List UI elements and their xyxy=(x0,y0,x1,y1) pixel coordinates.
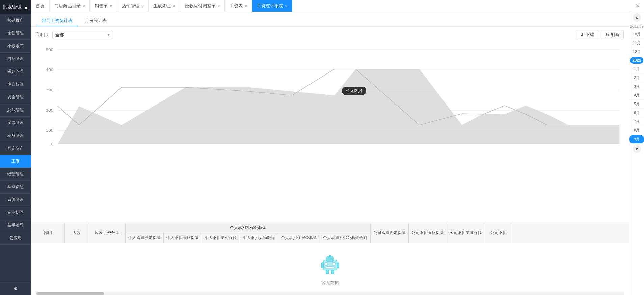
sidebar-item-采购管理[interactable]: 采购管理 xyxy=(0,65,31,78)
sidebar-item-工资[interactable]: 工资 xyxy=(0,155,31,168)
main-panel: 部门工资统计表月份统计表 部门： 全部 销售部 财务部 技术部 xyxy=(31,12,629,295)
main-area: 首页门店商品目录×销售单×店铺管理×生成凭证×应收应付调整单×工资表×工资统计报… xyxy=(31,0,644,295)
tab-label-3: 店铺管理 xyxy=(122,3,139,9)
svg-text:400: 400 xyxy=(46,68,53,72)
department-select-wrapper: 全部 销售部 财务部 技术部 xyxy=(52,31,113,39)
sidebar-item-企业协同[interactable]: 企业协同 xyxy=(0,206,31,219)
sidebar-item-资金管理[interactable]: 资金管理 xyxy=(0,91,31,104)
svg-text:500: 500 xyxy=(46,48,53,52)
refresh-button[interactable]: ↻ 刷新 xyxy=(601,30,624,39)
sidebar-header[interactable]: 批发管理 ▲ xyxy=(0,0,31,14)
sidebar-item-基础信息[interactable]: 基础信息 xyxy=(0,181,31,194)
sidebar-collapse-icon: ▲ xyxy=(24,4,28,10)
timeline-item-11月[interactable]: 11月 xyxy=(629,39,644,48)
svg-rect-19 xyxy=(321,263,323,268)
sub-tab-1[interactable]: 月份统计表 xyxy=(79,16,112,26)
timeline-item-2月[interactable]: 2月 xyxy=(629,73,644,82)
sidebar-settings-button[interactable]: ⚙ xyxy=(0,282,31,295)
tab-生成凭证[interactable]: 生成凭证× xyxy=(149,0,180,12)
refresh-icon: ↻ xyxy=(606,32,609,37)
timeline-up-button[interactable]: ▲ xyxy=(633,13,641,22)
tab-label-2: 销售单 xyxy=(95,3,108,9)
th-group-personal-cols: 个人承担养老保险 个人承担医疗保险 个人承担失业保险 个人承担大额医疗 个人承担… xyxy=(126,233,370,243)
timeline-year-label: 2022.09 xyxy=(629,23,644,30)
tab-工资表[interactable]: 工资表× xyxy=(225,0,252,12)
sidebar-item-小畅电商[interactable]: 小畅电商 xyxy=(0,40,31,53)
sidebar-items: 营销推广销售管理小畅电商电商管理采购管理库存核算资金管理总账管理发票管理税务管理… xyxy=(0,14,31,245)
svg-rect-21 xyxy=(326,270,329,274)
sidebar-item-经营管理[interactable]: 经营管理 xyxy=(0,168,31,181)
empty-state: 暂无数据 xyxy=(31,243,629,292)
tab-close-7[interactable]: × xyxy=(285,4,287,8)
scrollbar-thumb[interactable] xyxy=(36,292,104,295)
horizontal-scrollbar[interactable] xyxy=(36,292,624,295)
tab-close-1[interactable]: × xyxy=(83,4,85,8)
sidebar-item-固定资产[interactable]: 固定资产 xyxy=(0,142,31,155)
th-department: 部门 xyxy=(31,223,65,243)
th-personal-unemployment: 个人承担失业保险 xyxy=(202,233,240,243)
tab-门店商品目录[interactable]: 门店商品目录× xyxy=(50,0,90,12)
timeline-item-8月[interactable]: 8月 xyxy=(629,126,644,135)
chart-svg: 500 400 300 200 100 0 xyxy=(36,46,624,147)
tab-销售单[interactable]: 销售单× xyxy=(90,0,117,12)
tab-close-2[interactable]: × xyxy=(110,4,112,8)
refresh-label: 刷新 xyxy=(611,32,619,38)
department-select[interactable]: 全部 销售部 财务部 技术部 xyxy=(52,31,113,39)
timeline-item-3月[interactable]: 3月 xyxy=(629,82,644,91)
timeline-item-7月[interactable]: 7月 xyxy=(629,117,644,126)
tab-label-7: 工资统计报表 xyxy=(257,3,283,9)
sidebar-item-营销推广[interactable]: 营销推广 xyxy=(0,14,31,27)
table-header: 部门 人数 应发工资合计 个人承担社保公积金 个人承担养老保险 个人承担医疗保险… xyxy=(31,223,629,243)
chart-container: 500 400 300 200 100 0 xyxy=(36,46,624,147)
close-all-tabs-button[interactable]: ✕ xyxy=(632,3,644,9)
th-group-personal: 个人承担社保公积金 个人承担养老保险 个人承担医疗保险 个人承担失业保险 个人承… xyxy=(126,223,371,243)
tab-close-5[interactable]: × xyxy=(218,4,220,8)
tab-工资统计报表[interactable]: 工资统计报表× xyxy=(252,0,292,12)
svg-text:100: 100 xyxy=(46,128,53,132)
svg-text:200: 200 xyxy=(46,108,53,112)
th-total-salary: 应发工资合计 xyxy=(88,223,126,243)
sidebar-item-发票管理[interactable]: 发票管理 xyxy=(0,117,31,129)
timeline-item-1月[interactable]: 1月 xyxy=(629,65,644,73)
tab-店铺管理[interactable]: 店铺管理× xyxy=(117,0,149,12)
tabs-bar: 首页门店商品目录×销售单×店铺管理×生成凭证×应收应付调整单×工资表×工资统计报… xyxy=(31,0,644,12)
th-headcount: 人数 xyxy=(65,223,88,243)
sidebar-item-云应用[interactable]: 云应用 xyxy=(0,232,31,245)
tab-label-1: 门店商品目录 xyxy=(54,3,81,9)
th-personal-pension: 个人承担养老保险 xyxy=(126,233,164,243)
sidebar: 批发管理 ▲ 营销推广销售管理小畅电商电商管理采购管理库存核算资金管理总账管理发… xyxy=(0,0,31,295)
tab-应收应付调整单[interactable]: 应收应付调整单× xyxy=(180,0,225,12)
sidebar-title: 批发管理 xyxy=(3,4,22,10)
sidebar-item-总账管理[interactable]: 总账管理 xyxy=(0,104,31,117)
timeline-item-6月[interactable]: 6月 xyxy=(629,109,644,117)
timeline-item-12月[interactable]: 12月 xyxy=(629,48,644,56)
sidebar-item-税务管理[interactable]: 税务管理 xyxy=(0,129,31,142)
timeline-item-9月[interactable]: 9月 xyxy=(629,135,644,144)
sidebar-item-新手引导[interactable]: 新手引导 xyxy=(0,219,31,232)
svg-point-15 xyxy=(329,255,331,257)
svg-text:300: 300 xyxy=(46,88,53,92)
tab-首页[interactable]: 首页 xyxy=(31,0,50,12)
tab-close-6[interactable]: × xyxy=(245,4,247,8)
timeline-item-2022[interactable]: 2022 xyxy=(630,57,643,64)
table-section: 部门 人数 应发工资合计 个人承担社保公积金 个人承担养老保险 个人承担医疗保险… xyxy=(31,223,629,292)
th-personal-medical: 个人承担医疗保险 xyxy=(164,233,202,243)
sidebar-item-电商管理[interactable]: 电商管理 xyxy=(0,53,31,65)
download-label: 下载 xyxy=(585,32,594,38)
filter-label: 部门： xyxy=(36,32,50,38)
timeline-down-button[interactable]: ▼ xyxy=(633,145,641,153)
tab-close-4[interactable]: × xyxy=(173,4,175,8)
sidebar-item-库存核算[interactable]: 库存核算 xyxy=(0,78,31,91)
sidebar-item-销售管理[interactable]: 销售管理 xyxy=(0,27,31,40)
tab-close-3[interactable]: × xyxy=(141,4,143,8)
toolbar: 部门： 全部 销售部 财务部 技术部 ⬇ 下载 xyxy=(31,27,629,43)
chart-area-polygon xyxy=(58,69,619,144)
timeline-item-4月[interactable]: 4月 xyxy=(629,91,644,100)
sub-tab-0[interactable]: 部门工资统计表 xyxy=(36,16,78,26)
tab-label-0: 首页 xyxy=(36,3,45,9)
timeline-item-10月[interactable]: 10月 xyxy=(629,30,644,39)
timeline-item-5月[interactable]: 5月 xyxy=(629,100,644,109)
sidebar-item-系统管理[interactable]: 系统管理 xyxy=(0,194,31,206)
download-button[interactable]: ⬇ 下载 xyxy=(576,30,598,39)
th-personal-housing-fund: 个人承担住房公积金 xyxy=(278,233,320,243)
